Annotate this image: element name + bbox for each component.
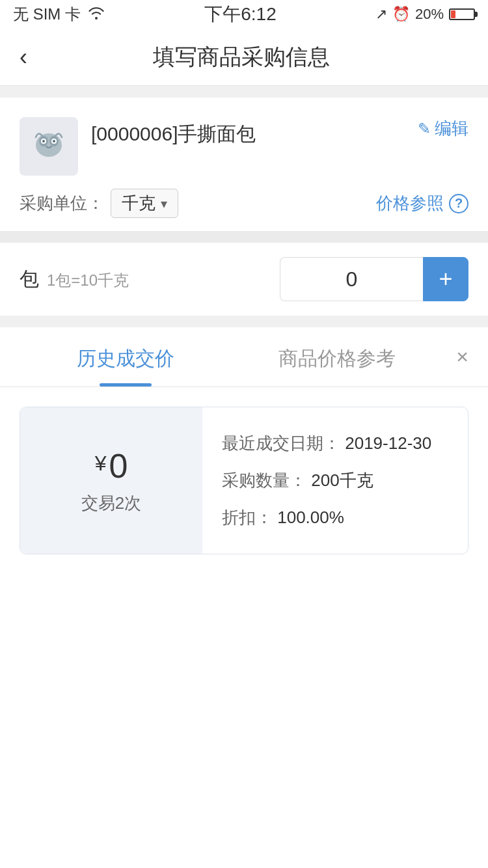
quantity-plus-button[interactable]: + bbox=[423, 257, 468, 301]
product-unit-row: 采购单位： 千克 ▾ 价格参照 ? bbox=[20, 189, 468, 218]
discount-value: 100.00% bbox=[277, 508, 344, 527]
tab-close-button[interactable]: × bbox=[443, 332, 468, 382]
edit-icon: ✎ bbox=[418, 120, 431, 138]
battery-percent: 20% bbox=[415, 6, 444, 23]
svg-point-5 bbox=[42, 140, 45, 142]
tab-history-price[interactable]: 历史成交价 bbox=[20, 327, 232, 387]
product-info: [0000006]手撕面包 bbox=[91, 117, 256, 148]
help-icon: ? bbox=[449, 194, 468, 213]
product-name: [0000006]手撕面包 bbox=[91, 117, 256, 148]
discount-label: 折扣： bbox=[222, 508, 273, 527]
product-card: [0000006]手撕面包 ✎ 编辑 采购单位： 千克 ▾ 价格参照 ? bbox=[0, 98, 488, 231]
recent-date-row: 最近成交日期： 2019-12-30 bbox=[222, 431, 448, 456]
unit-label: 采购单位： 千克 ▾ bbox=[20, 189, 178, 218]
history-trade-card: ¥ 0 交易2次 最近成交日期： 2019-12-30 采购数量： 200千克 … bbox=[20, 407, 468, 554]
recent-date-label: 最近成交日期： bbox=[222, 433, 340, 453]
status-bar: 无 SIM 卡 下午6:12 ↗ ⏰ 20% bbox=[0, 0, 488, 29]
page-title: 填写商品采购信息 bbox=[40, 42, 442, 72]
quantity-row: 包 1包=10千克 + bbox=[0, 243, 488, 316]
purchase-qty-label: 采购数量： bbox=[222, 470, 306, 490]
plus-icon: + bbox=[439, 265, 452, 293]
section-divider bbox=[0, 231, 488, 243]
location-icon: ↗ bbox=[375, 6, 387, 23]
product-thumbnail bbox=[20, 117, 78, 176]
product-header: [0000006]手撕面包 ✎ 编辑 bbox=[20, 117, 468, 176]
dropdown-arrow-icon: ▾ bbox=[161, 196, 167, 211]
wifi-icon bbox=[87, 5, 105, 23]
quantity-input-wrap: + bbox=[142, 257, 468, 301]
price-tabs-panel: 历史成交价 商品价格参考 × ¥ 0 交易2次 最近成交日期： 2019-12-… bbox=[0, 327, 488, 574]
tabs-bar: 历史成交价 商品价格参考 × bbox=[0, 327, 488, 387]
quantity-unit-detail: 1包=10千克 bbox=[47, 270, 129, 291]
purchase-qty-row: 采购数量： 200千克 bbox=[222, 468, 448, 493]
back-button[interactable]: ‹ bbox=[20, 46, 27, 69]
quantity-label-block: 包 1包=10千克 bbox=[20, 266, 129, 293]
discount-row: 折扣： 100.00% bbox=[222, 505, 448, 530]
alarm-icon: ⏰ bbox=[392, 6, 410, 23]
history-price-summary: ¥ 0 交易2次 bbox=[20, 407, 202, 554]
unit-select-dropdown[interactable]: 千克 ▾ bbox=[111, 189, 178, 218]
trade-count: 交易2次 bbox=[81, 492, 141, 515]
bottom-space bbox=[0, 574, 488, 868]
quantity-unit: 包 bbox=[20, 266, 39, 293]
battery-icon bbox=[449, 8, 475, 20]
sim-status: 无 SIM 卡 bbox=[13, 4, 81, 25]
price-value: 0 bbox=[109, 446, 128, 485]
product-left: [0000006]手撕面包 bbox=[20, 117, 256, 176]
product-image-icon bbox=[29, 124, 68, 169]
price-reference-button[interactable]: 价格参照 ? bbox=[376, 192, 468, 215]
price-display: ¥ 0 bbox=[95, 446, 128, 485]
status-left: 无 SIM 卡 bbox=[13, 4, 105, 25]
history-detail: 最近成交日期： 2019-12-30 采购数量： 200千克 折扣： 100.0… bbox=[202, 407, 468, 554]
status-time: 下午6:12 bbox=[204, 2, 277, 27]
svg-point-0 bbox=[36, 133, 62, 157]
currency-symbol: ¥ bbox=[95, 452, 107, 476]
tab-history-content: ¥ 0 交易2次 最近成交日期： 2019-12-30 采购数量： 200千克 … bbox=[0, 387, 488, 574]
recent-date-value: 2019-12-30 bbox=[345, 433, 431, 453]
tab-product-price-ref[interactable]: 商品价格参考 bbox=[232, 327, 444, 387]
status-right: ↗ ⏰ 20% bbox=[375, 6, 475, 23]
nav-bar: ‹ 填写商品采购信息 bbox=[0, 29, 488, 86]
edit-button[interactable]: ✎ 编辑 bbox=[418, 117, 468, 140]
svg-point-6 bbox=[53, 140, 55, 142]
quantity-input[interactable] bbox=[280, 257, 423, 301]
purchase-qty-value: 200千克 bbox=[311, 470, 373, 490]
